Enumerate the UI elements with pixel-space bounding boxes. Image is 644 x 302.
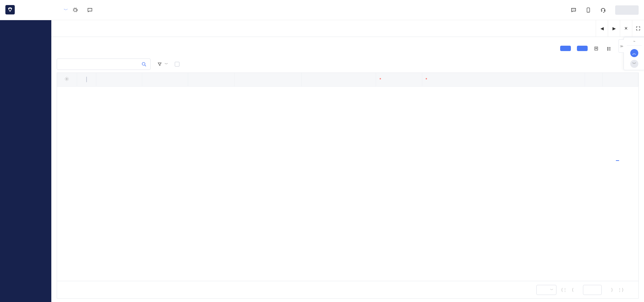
col-op xyxy=(603,73,638,86)
checkbox-icon xyxy=(175,62,179,67)
col-select-all[interactable] xyxy=(77,73,96,86)
svg-point-3 xyxy=(66,79,68,80)
period-rail: ≫ ~ ︽ ︾ xyxy=(624,37,644,70)
chat-icon xyxy=(571,7,577,13)
col-bankstmt xyxy=(142,73,188,86)
journal-table: ﹀ ⟨⋮ ⟨ ⟩ ⋮⟩ xyxy=(57,73,639,299)
col-source xyxy=(302,73,376,86)
pager-page-input[interactable] xyxy=(583,285,602,295)
sidebar xyxy=(0,20,51,302)
customer-service-button[interactable] xyxy=(600,7,608,13)
brand-logo-icon xyxy=(5,5,15,14)
mobile-icon xyxy=(586,7,591,13)
horizontal-scrollbar[interactable] xyxy=(57,275,638,281)
app-download-button[interactable] xyxy=(586,7,593,13)
demo-link[interactable] xyxy=(87,7,95,13)
col-voucher xyxy=(96,73,142,86)
chevron-down-icon: ﹀ xyxy=(550,288,553,292)
generate-voucher-button[interactable] xyxy=(594,46,600,51)
col-fund xyxy=(188,73,234,86)
svg-point-1 xyxy=(588,11,588,12)
tenant-block: ﹀ xyxy=(60,7,78,13)
topbar: ﹀ xyxy=(0,0,644,20)
tabs-prev-button[interactable]: ◀ xyxy=(596,20,608,37)
messages-button[interactable] xyxy=(571,7,578,13)
fullscreen-button[interactable] xyxy=(632,20,644,37)
checkbox-icon xyxy=(86,77,87,82)
period-collapse-button[interactable]: ≫ xyxy=(619,39,624,53)
pager-next-button[interactable]: ⟩ xyxy=(611,287,613,292)
period-scroll-down-button[interactable]: ︾ xyxy=(630,60,638,68)
more-conditions-button[interactable]: ﹀ xyxy=(157,62,168,67)
col-summary xyxy=(422,73,585,86)
avatar[interactable] xyxy=(615,5,639,15)
search-box xyxy=(57,58,151,70)
pager-prev-button[interactable]: ⟨ xyxy=(572,287,574,292)
col-settings[interactable] xyxy=(57,73,77,86)
col-docno xyxy=(234,73,302,86)
chevron-down-icon: ﹀ xyxy=(64,7,68,13)
tabs-close-button[interactable]: ✕ xyxy=(620,20,632,37)
pager: ﹀ ⟨⋮ ⟨ ⟩ ⋮⟩ xyxy=(57,281,638,298)
gear-icon[interactable] xyxy=(72,7,78,13)
opening-balance-button[interactable] xyxy=(577,46,588,51)
voucher-icon xyxy=(594,46,599,51)
pager-first-button[interactable]: ⟨⋮ xyxy=(561,287,567,292)
show-daily-subtotal-checkbox[interactable] xyxy=(175,62,181,67)
bubble-icon xyxy=(87,7,93,13)
tabs-next-button[interactable]: ▶ xyxy=(608,20,620,37)
search-icon[interactable] xyxy=(141,61,147,67)
pager-last-button[interactable]: ⋮⟩ xyxy=(618,287,624,292)
col-io xyxy=(585,73,603,86)
gear-icon xyxy=(64,77,69,81)
batch-icon xyxy=(606,46,611,51)
headset-icon xyxy=(600,7,606,13)
brand xyxy=(5,5,52,15)
period-year-badge xyxy=(616,160,619,161)
page-size-select[interactable]: ﹀ xyxy=(536,285,556,295)
search-input[interactable] xyxy=(60,62,139,67)
period-scroll-up-button[interactable]: ︽ xyxy=(630,49,638,57)
batch-ops-button[interactable] xyxy=(606,46,613,51)
chevron-down-icon: ﹀ xyxy=(165,62,168,67)
filter-icon xyxy=(157,62,162,67)
tabstrip: ◀ ▶ ✕ xyxy=(51,20,644,37)
import-journal-button[interactable] xyxy=(560,46,571,51)
tenant-select[interactable]: ﹀ xyxy=(60,7,68,13)
col-date xyxy=(376,73,422,86)
svg-point-2 xyxy=(142,62,145,65)
